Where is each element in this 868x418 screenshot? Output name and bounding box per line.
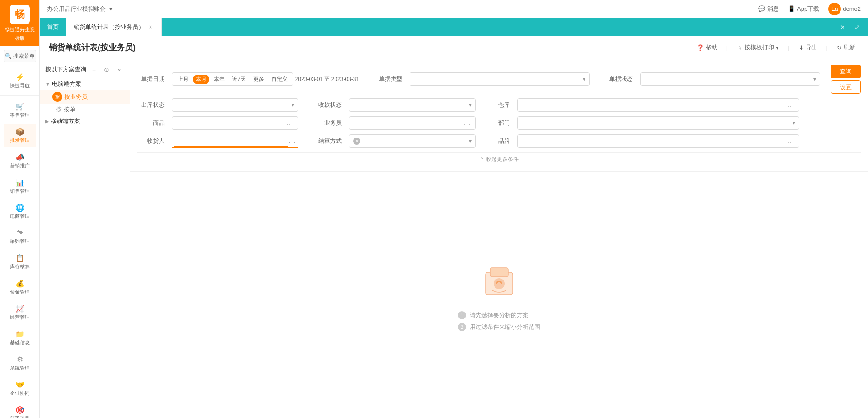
department-select[interactable]: ▾ xyxy=(517,116,799,130)
message-icon: 💬 xyxy=(758,5,765,12)
app-download-btn[interactable]: 📱 App下载 xyxy=(788,5,819,13)
recipient-input[interactable] xyxy=(174,134,288,147)
sidebar-item-enterprise[interactable]: 🤝 企业协同 xyxy=(4,377,36,400)
sidebar-item-inventory[interactable]: 📋 库存核算 xyxy=(4,250,36,274)
out-status-label: 出库状态 xyxy=(137,101,165,109)
sidebar-item-retail[interactable]: 🛒 零售管理 xyxy=(4,99,36,122)
help-label: 帮助 xyxy=(706,43,717,52)
date-label: 单据日期 xyxy=(137,75,165,83)
recipient-input-wrapper: … xyxy=(172,134,298,148)
refresh-btn[interactable]: ↻ 刷新 xyxy=(833,42,859,53)
tree-label-staff: 按业务员 xyxy=(64,93,88,101)
sidebar-item-ecommerce[interactable]: 🌐 电商管理 xyxy=(4,200,36,223)
date-btn-thisyear[interactable]: 本年 xyxy=(211,75,227,84)
date-btn-7days[interactable]: 近7天 xyxy=(229,75,249,84)
sidebar-item-marketing[interactable]: 📣 营销推广 xyxy=(4,149,36,173)
sidebar-item-finance[interactable]: 💰 资金管理 xyxy=(4,276,36,299)
sidebar-item-purchase[interactable]: 🛍 采购管理 xyxy=(4,225,36,248)
sidebar-item-newbie[interactable]: 🎯 新手引导 xyxy=(4,402,36,418)
brand-dots: … xyxy=(787,137,795,145)
brand-select[interactable]: … xyxy=(517,134,799,148)
quicknav-label: 快捷导航 xyxy=(10,82,30,89)
collapse-filter-bar[interactable]: ⌃ 收起更多条件 xyxy=(137,152,861,166)
expand-tab-action[interactable]: ⤢ xyxy=(852,22,863,33)
filter-row-2: 出库状态 ▾ 收款状态 ▾ 仓库 xyxy=(137,98,861,112)
left-panel-title: 按以下方案查询 xyxy=(45,66,86,74)
collect-status-select[interactable]: ▾ xyxy=(349,98,476,112)
settings-btn[interactable]: 设置 xyxy=(831,80,861,94)
print-icon: 🖨 xyxy=(737,44,743,51)
copy-scheme-btn[interactable]: ⊙ xyxy=(102,65,112,75)
date-btn-thismonth[interactable]: 本月 xyxy=(193,75,209,84)
export-btn[interactable]: ⬇ 导出 xyxy=(795,42,821,53)
add-scheme-btn[interactable]: + xyxy=(89,65,99,75)
collapse-label: 收起更多条件 xyxy=(486,156,519,163)
tree-child-staff[interactable]: 按 按业务员 xyxy=(40,90,130,104)
date-btn-lastmonth[interactable]: 上月 xyxy=(175,75,191,84)
tree-group-mobile[interactable]: ▶ 移动端方案 xyxy=(40,115,130,127)
date-btn-custom[interactable]: 自定义 xyxy=(269,75,290,84)
settle-select[interactable]: ✕ ▾ xyxy=(349,134,476,148)
operations-label: 经营管理 xyxy=(10,314,30,321)
user-profile-btn[interactable]: Ea demo2 xyxy=(828,3,861,15)
tree-label-by-order: 按单 xyxy=(64,105,75,114)
left-panel-header: 按以下方案查询 + ⊙ « xyxy=(40,65,130,78)
page-header: 销货单统计表(按业务员) ❓ 帮助 | 🖨 按模板打印 ▾ | ⬇ 导出 | xyxy=(40,36,868,59)
sidebar: 畅 畅捷通好生意 标版 🔍 搜索菜单 ⚡ 快捷导航 🛒 零售管理 📦 批发管理 … xyxy=(0,0,40,418)
svg-point-4 xyxy=(500,281,502,283)
goods-select[interactable]: … xyxy=(172,116,298,130)
workspace-dropdown-icon[interactable]: ▾ xyxy=(109,5,113,12)
logo-icon: 畅 xyxy=(10,5,30,24)
warehouse-dots: … xyxy=(787,101,795,109)
date-range-text: 2023-03-01 至 2023-03-31 xyxy=(295,76,359,83)
warehouse-select[interactable]: … xyxy=(517,98,799,112)
doc-status-label: 单据状态 xyxy=(597,75,633,83)
tab-home-label: 首页 xyxy=(47,23,59,31)
date-filter-group: 上月 本月 本年 近7天 更多 自定义 2023-03-01 至 2023-03… xyxy=(172,72,359,86)
app-logo: 畅 畅捷通好生意 标版 xyxy=(0,0,39,46)
staff-select[interactable]: … xyxy=(349,116,476,130)
user-name: demo2 xyxy=(843,5,861,12)
sales-label: 销售管理 xyxy=(10,188,30,195)
print-btn[interactable]: 🖨 按模板打印 ▾ xyxy=(733,42,783,53)
tree-group-desktop[interactable]: ▼ 电脑端方案 xyxy=(40,78,130,90)
inventory-label: 库存核算 xyxy=(10,263,30,270)
sidebar-item-sales[interactable]: 📊 销售管理 xyxy=(4,175,36,198)
workspace-title: 办公用品行业模拟账套 xyxy=(47,5,106,13)
print-dropdown-icon: ▾ xyxy=(776,44,779,51)
collapse-panel-btn[interactable]: « xyxy=(114,65,124,75)
right-panel: 单据日期 上月 本月 本年 近7天 更多 自定义 2023-03-01 至 20… xyxy=(130,59,868,418)
out-status-select[interactable]: ▾ xyxy=(172,98,298,112)
sidebar-item-quicknav[interactable]: ⚡ 快捷导航 xyxy=(4,70,36,92)
date-btn-more[interactable]: 更多 xyxy=(250,75,267,84)
tree-child-by-order[interactable]: 按 按单 xyxy=(40,104,130,115)
search-menu-btn[interactable]: 🔍 搜索菜单 xyxy=(4,50,36,62)
app-download-label: App下载 xyxy=(797,5,819,13)
search-menu-label: 搜索菜单 xyxy=(13,52,35,60)
sidebar-item-system[interactable]: ⚙ 系统管理 xyxy=(4,352,36,375)
page-body: 按以下方案查询 + ⊙ « ▼ 电脑端方案 按 按业务员 xyxy=(40,59,868,418)
tab-sales-stat[interactable]: 销货单统计表（按业务员） × xyxy=(66,18,162,36)
doc-type-arrow: ▾ xyxy=(583,76,585,82)
help-btn[interactable]: ❓ 帮助 xyxy=(693,42,721,53)
close-tab-action[interactable]: ✕ xyxy=(837,22,848,33)
doc-type-label: 单据类型 xyxy=(366,75,402,83)
doc-status-select[interactable]: ▾ xyxy=(640,72,820,86)
empty-tips: 1 请先选择要分析的方案 2 用过滤条件来缩小分析范围 xyxy=(458,311,540,331)
tab-close-btn[interactable]: × xyxy=(147,24,154,31)
collect-status-arrow: ▾ xyxy=(469,102,472,108)
sidebar-menu: 🛒 零售管理 📦 批发管理 📣 营销推广 📊 销售管理 🌐 电商管理 🛍 采购管… xyxy=(0,96,39,418)
enterprise-label: 企业协同 xyxy=(10,390,30,397)
message-btn[interactable]: 💬 消息 xyxy=(758,5,779,13)
main-area: 办公用品行业模拟账套 ▾ 💬 消息 📱 App下载 Ea demo2 首页 xyxy=(40,0,868,418)
sidebar-item-basic[interactable]: 📁 基础信息 xyxy=(4,326,36,350)
svg-rect-1 xyxy=(490,268,508,277)
sidebar-item-operations[interactable]: 📈 经营管理 xyxy=(4,301,36,324)
query-btn[interactable]: 查询 xyxy=(831,65,861,78)
tab-home[interactable]: 首页 xyxy=(40,18,66,36)
page: 销货单统计表(按业务员) ❓ 帮助 | 🖨 按模板打印 ▾ | ⬇ 导出 | xyxy=(40,36,868,418)
sidebar-item-wholesale[interactable]: 📦 批发管理 xyxy=(4,124,36,147)
settle-clear-btn[interactable]: ✕ xyxy=(353,138,360,145)
doc-type-select[interactable]: ▾ xyxy=(410,72,590,86)
refresh-label: 刷新 xyxy=(844,43,855,52)
